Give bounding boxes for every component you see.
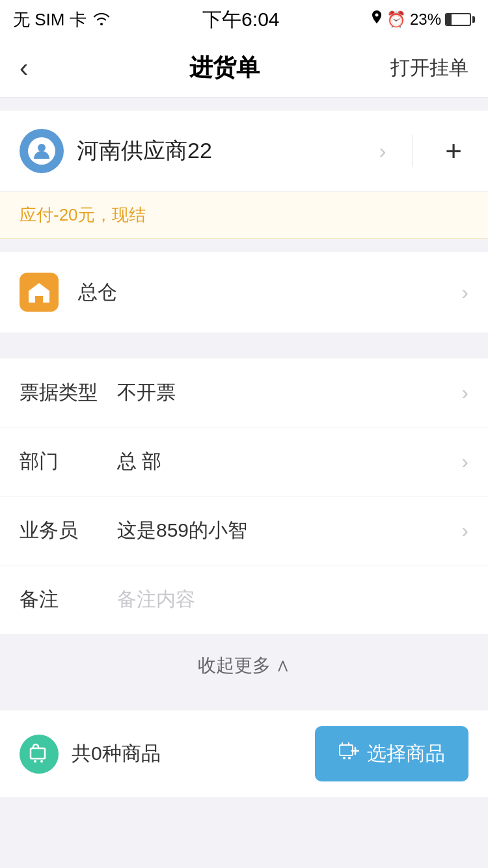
svg-rect-2 xyxy=(31,748,45,759)
remark-label: 备注 xyxy=(20,586,111,613)
remark-input[interactable]: 备注内容 xyxy=(111,586,468,613)
back-button[interactable]: ‹ xyxy=(20,53,59,83)
salesperson-row[interactable]: 业务员 这是859的小智 › xyxy=(0,496,488,565)
section-gap-2 xyxy=(0,239,488,252)
select-product-button[interactable]: 选择商品 xyxy=(315,726,468,781)
salesperson-chevron-icon: › xyxy=(461,519,468,543)
department-chevron-icon: › xyxy=(461,450,468,474)
warehouse-icon xyxy=(20,273,59,312)
supplier-row[interactable]: 河南供应商22 › + xyxy=(0,111,488,192)
section-gap-1 xyxy=(0,98,488,111)
notice-banner: 应付-20元，现结 xyxy=(0,192,488,239)
section-gap-3 xyxy=(0,332,488,346)
salesperson-label: 业务员 xyxy=(20,517,111,544)
collapse-label: 收起更多 ∧ xyxy=(198,653,291,678)
warehouse-card: 总仓 › xyxy=(0,252,488,332)
svg-point-1 xyxy=(38,144,46,152)
supplier-row-right: › + xyxy=(379,135,468,167)
svg-point-0 xyxy=(375,14,378,17)
department-row[interactable]: 部门 总 部 › xyxy=(0,427,488,496)
svg-point-3 xyxy=(34,760,36,763)
alarm-icon: ⏰ xyxy=(386,10,406,29)
svg-point-6 xyxy=(343,757,346,759)
svg-point-4 xyxy=(40,760,43,763)
warehouse-name: 总仓 xyxy=(72,279,461,306)
product-icon xyxy=(20,735,59,774)
warehouse-chevron-icon: › xyxy=(461,280,468,305)
department-value: 总 部 xyxy=(111,448,461,475)
status-bar: 无 SIM 卡 下午6:04 ⏰ 23% xyxy=(0,0,488,39)
remark-row[interactable]: 备注 备注内容 xyxy=(0,565,488,634)
add-cart-icon xyxy=(338,742,359,761)
invoice-value: 不开票 xyxy=(111,379,461,406)
page-title: 进货单 xyxy=(189,52,260,84)
svg-point-7 xyxy=(348,757,351,759)
warehouse-icon-wrapper xyxy=(20,273,72,312)
battery-percent: 23% xyxy=(410,10,441,29)
wifi-icon xyxy=(92,10,111,30)
supplier-name: 河南供应商22 xyxy=(77,136,379,166)
collapse-button[interactable]: 收起更多 ∧ xyxy=(0,634,488,698)
no-sim-label: 无 SIM 卡 xyxy=(13,8,87,31)
invoice-row[interactable]: 票据类型 不开票 › xyxy=(0,359,488,427)
battery-indicator xyxy=(445,13,475,26)
invoice-label: 票据类型 xyxy=(20,379,111,406)
cart-icon xyxy=(28,743,50,765)
supplier-card: 河南供应商22 › + 应付-20元，现结 xyxy=(0,111,488,239)
select-product-icon xyxy=(338,742,359,765)
select-product-label: 选择商品 xyxy=(367,740,445,767)
department-label: 部门 xyxy=(20,448,111,475)
avatar-inner xyxy=(28,137,55,165)
house-icon xyxy=(27,280,51,304)
supplier-avatar xyxy=(20,129,64,173)
vertical-divider xyxy=(412,135,413,167)
nav-bar: ‹ 进货单 打开挂单 xyxy=(0,39,488,98)
person-icon xyxy=(32,141,51,161)
invoice-chevron-icon: › xyxy=(461,381,468,405)
form-section: 票据类型 不开票 › 部门 总 部 › 业务员 这是859的小智 › 备注 备注… xyxy=(0,359,488,634)
bottom-section: 共0种商品 选择商品 xyxy=(0,711,488,797)
supplier-chevron-icon: › xyxy=(379,139,386,163)
location-icon xyxy=(371,10,383,29)
svg-rect-5 xyxy=(340,745,353,755)
open-pending-button[interactable]: 打开挂单 xyxy=(390,55,468,81)
status-right: ⏰ 23% xyxy=(371,10,475,29)
status-left: 无 SIM 卡 xyxy=(13,8,111,31)
add-supplier-button[interactable]: + xyxy=(439,135,468,167)
product-count-label: 共0种商品 xyxy=(72,740,302,767)
warehouse-row[interactable]: 总仓 › xyxy=(0,252,488,332)
status-time: 下午6:04 xyxy=(202,7,279,33)
salesperson-value: 这是859的小智 xyxy=(111,517,461,544)
